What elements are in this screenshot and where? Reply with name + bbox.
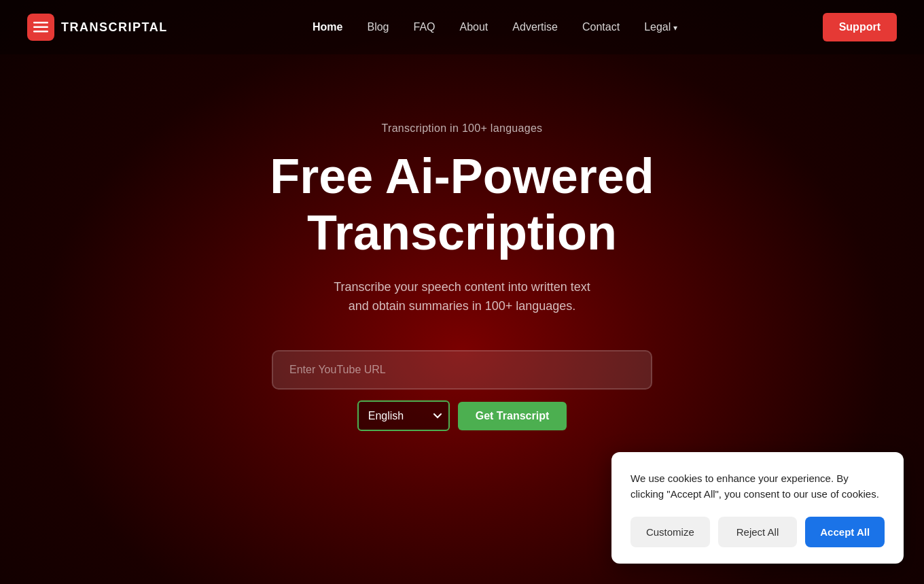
chevron-down-icon: ▾ (673, 23, 677, 33)
svg-rect-2 (33, 31, 48, 33)
logo-text: TRANSCRIPTAL (61, 20, 168, 35)
nav-item-about[interactable]: About (460, 21, 488, 33)
reject-all-button[interactable]: Reject All (718, 517, 798, 547)
hero-title: Free Ai-Powered Transcription (270, 148, 654, 261)
hero-desc-line1: Transcribe your speech content into writ… (334, 280, 590, 294)
nav-link-contact[interactable]: Contact (582, 21, 620, 33)
youtube-url-input[interactable] (272, 350, 652, 390)
nav-links: Home Blog FAQ About Advertise Contact Le… (313, 21, 677, 33)
nav-link-blog[interactable]: Blog (367, 21, 389, 33)
svg-rect-1 (33, 27, 48, 29)
nav-link-advertise[interactable]: Advertise (512, 21, 558, 33)
nav-link-legal: Legal (644, 21, 671, 33)
logo-icon (27, 14, 54, 41)
nav-link-about[interactable]: About (460, 21, 488, 33)
menu-icon (33, 21, 48, 33)
cookie-banner: We use cookies to enhance your experienc… (611, 452, 904, 564)
hero-desc-line2: and obtain summaries in 100+ languages. (349, 299, 576, 313)
nav-item-blog[interactable]: Blog (367, 21, 389, 33)
hero-section: Transcription in 100+ languages Free Ai-… (0, 54, 924, 431)
nav-item-contact[interactable]: Contact (582, 21, 620, 33)
cookie-buttons: Customize Reject All Accept All (630, 517, 885, 547)
logo: TRANSCRIPTAL (27, 14, 168, 41)
hero-title-line2: Transcription (307, 205, 617, 260)
hero-description: Transcribe your speech content into writ… (334, 277, 590, 317)
input-section: EnglishSpanishFrenchGermanItalianPortugu… (272, 350, 652, 431)
customize-button[interactable]: Customize (630, 517, 710, 547)
hero-subtitle: Transcription in 100+ languages (382, 122, 543, 135)
nav-item-advertise[interactable]: Advertise (512, 21, 558, 33)
hero-title-line1: Free Ai-Powered (270, 149, 654, 203)
nav-item-faq[interactable]: FAQ (413, 21, 435, 33)
nav-item-home[interactable]: Home (313, 21, 342, 33)
nav-link-home[interactable]: Home (313, 21, 342, 33)
navbar: TRANSCRIPTAL Home Blog FAQ About Adverti… (0, 0, 924, 54)
language-select[interactable]: EnglishSpanishFrenchGermanItalianPortugu… (357, 400, 450, 431)
accept-all-button[interactable]: Accept All (805, 517, 885, 547)
svg-rect-0 (33, 22, 48, 24)
get-transcript-button[interactable]: Get Transcript (458, 402, 567, 430)
support-button[interactable]: Support (823, 13, 897, 41)
controls-row: EnglishSpanishFrenchGermanItalianPortugu… (357, 400, 567, 431)
nav-link-faq[interactable]: FAQ (413, 21, 435, 33)
cookie-message: We use cookies to enhance your experienc… (630, 471, 885, 502)
nav-item-legal[interactable]: Legal ▾ (644, 21, 677, 33)
